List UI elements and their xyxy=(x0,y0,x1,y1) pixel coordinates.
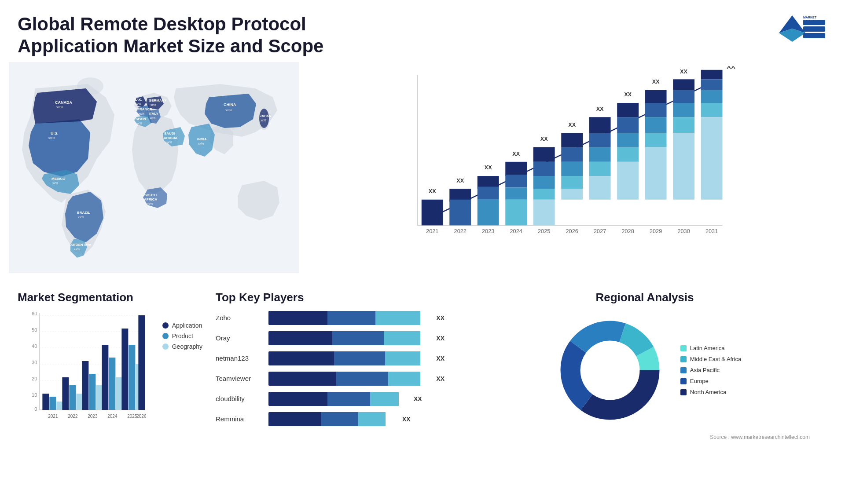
svg-rect-104 xyxy=(673,117,694,133)
svg-rect-63 xyxy=(505,200,527,226)
player-bar-netman123 xyxy=(268,351,428,365)
svg-rect-147 xyxy=(129,345,135,410)
svg-rect-109 xyxy=(701,79,723,90)
svg-text:INTELLECT: INTELLECT xyxy=(803,29,820,32)
svg-rect-138 xyxy=(82,361,88,410)
svg-rect-131 xyxy=(49,397,56,410)
svg-text:XX: XX xyxy=(568,122,576,128)
svg-text:2024: 2024 xyxy=(107,414,118,419)
legend-item-mea: Middle East & Africa xyxy=(680,356,741,362)
svg-rect-140 xyxy=(96,385,103,410)
svg-rect-91 xyxy=(617,162,639,200)
source-text: Source : www.marketresearchintellect.com xyxy=(462,434,827,440)
player-name-cloudbility: cloudbility xyxy=(216,395,264,402)
svg-text:2023: 2023 xyxy=(482,228,494,234)
svg-rect-88 xyxy=(617,117,639,133)
bar-seg3 xyxy=(370,392,399,406)
player-name-teamviewer: Teamviewer xyxy=(216,375,264,382)
svg-rect-62 xyxy=(505,187,527,199)
player-name-netman123: netman123 xyxy=(216,354,264,362)
player-bar-teamviewer xyxy=(268,372,428,386)
regional-legend: Latin America Middle East & Africa Asia … xyxy=(680,345,741,395)
svg-text:ARGENTINA: ARGENTINA xyxy=(70,243,92,247)
svg-rect-84 xyxy=(589,176,611,200)
svg-rect-108 xyxy=(701,70,723,79)
svg-text:AFRICA: AFRICA xyxy=(144,197,157,201)
legend-label-product: Product xyxy=(172,332,193,340)
svg-text:SAUDI: SAUDI xyxy=(164,131,175,135)
legend-color-latin-america xyxy=(680,345,687,351)
svg-text:2024: 2024 xyxy=(510,228,522,234)
svg-rect-80 xyxy=(589,117,611,133)
svg-text:XX: XX xyxy=(456,178,464,184)
svg-rect-98 xyxy=(645,147,667,199)
svg-text:2026: 2026 xyxy=(136,414,147,419)
segmentation-section: Market Segmentation 60 50 40 30 20 10 0 xyxy=(9,286,207,504)
svg-rect-103 xyxy=(673,103,694,117)
legend-item-product: Product xyxy=(162,332,202,340)
svg-rect-96 xyxy=(645,117,667,133)
svg-text:XX: XX xyxy=(596,106,604,112)
player-value-netman123: XX xyxy=(436,355,445,362)
svg-rect-135 xyxy=(69,385,76,410)
svg-text:40: 40 xyxy=(32,343,37,349)
legend-item-north-america: North America xyxy=(680,389,741,395)
svg-text:xx%: xx% xyxy=(151,103,156,106)
svg-text:SOUTH: SOUTH xyxy=(144,193,157,197)
player-bar-cloudbility xyxy=(268,392,406,406)
legend-text-asia-pacific: Asia Pacific xyxy=(690,367,720,373)
bar-seg3 xyxy=(384,331,421,345)
player-row-remmina: Remmina XX xyxy=(216,412,445,426)
legend-item-latin-america: Latin America xyxy=(680,345,741,351)
legend-dot-application xyxy=(162,322,169,329)
svg-text:2023: 2023 xyxy=(88,414,98,419)
legend-color-europe xyxy=(680,378,687,384)
player-row-oray: Oray XX xyxy=(216,331,445,345)
svg-rect-144 xyxy=(116,377,122,410)
legend-text-mea: Middle East & Africa xyxy=(690,356,741,362)
svg-text:2021: 2021 xyxy=(426,228,438,234)
svg-text:CANADA: CANADA xyxy=(55,100,72,105)
svg-text:2025: 2025 xyxy=(538,228,550,234)
legend-item-geography: Geography xyxy=(162,343,202,350)
svg-text:SPAIN: SPAIN xyxy=(136,117,146,121)
legend-dot-product xyxy=(162,333,169,339)
svg-rect-83 xyxy=(589,162,611,176)
svg-text:xx%: xx% xyxy=(150,117,155,120)
legend-label-application: Application xyxy=(172,322,202,329)
svg-rect-81 xyxy=(589,133,611,147)
svg-text:XX: XX xyxy=(429,188,436,194)
legend-item-europe: Europe xyxy=(680,378,741,384)
svg-rect-111 xyxy=(701,103,723,117)
bar-seg2 xyxy=(334,351,385,365)
svg-text:xx%: xx% xyxy=(147,202,153,205)
svg-rect-142 xyxy=(102,345,108,410)
svg-rect-77 xyxy=(561,189,583,199)
key-players-section: Top Key Players Zoho XX Oray xyxy=(207,286,453,504)
bar-seg2 xyxy=(327,311,375,325)
svg-rect-112 xyxy=(701,117,723,200)
logo-area: MARKET RESEARCH INTELLECT xyxy=(757,13,827,48)
svg-text:XX: XX xyxy=(680,68,687,74)
svg-text:xx%: xx% xyxy=(261,119,266,122)
svg-text:2022: 2022 xyxy=(68,414,78,419)
key-players-title: Top Key Players xyxy=(216,291,445,304)
svg-rect-134 xyxy=(62,377,69,410)
segmentation-chart-svg: 60 50 40 30 20 10 0 xyxy=(18,309,154,432)
svg-rect-68 xyxy=(533,176,555,189)
svg-rect-132 xyxy=(56,402,63,410)
svg-text:xx%: xx% xyxy=(139,112,144,115)
player-row-teamviewer: Teamviewer XX xyxy=(216,372,445,386)
player-name-zoho: Zoho xyxy=(216,314,264,321)
svg-text:XX: XX xyxy=(540,136,548,142)
svg-rect-60 xyxy=(505,162,527,176)
donut-chart-svg xyxy=(548,309,672,432)
bar-seg2 xyxy=(332,331,383,345)
svg-rect-69 xyxy=(533,189,555,199)
svg-text:xx%: xx% xyxy=(48,136,55,140)
player-bar-zoho xyxy=(268,311,428,325)
svg-rect-139 xyxy=(89,374,96,410)
svg-rect-97 xyxy=(645,133,667,147)
page-title: Global Remote Desktop Protocol Applicati… xyxy=(18,13,392,58)
player-name-remmina: Remmina xyxy=(216,415,264,423)
